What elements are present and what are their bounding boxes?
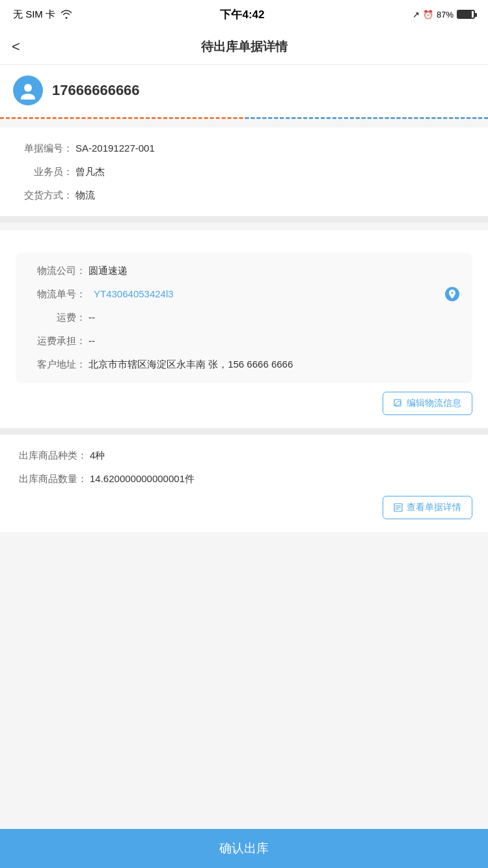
salesman-label: 业务员： xyxy=(16,164,73,180)
logistics-section: 物流公司： 圆通速递 物流单号： YT43064053424l3 运费： -- … xyxy=(0,230,488,428)
view-detail-button[interactable]: 查看单据详情 xyxy=(383,496,472,519)
alarm-icon: ⏰ xyxy=(423,10,433,20)
goods-quantity-value: 14.620000000000001件 xyxy=(90,471,472,487)
edit-logistics-label: 编辑物流信息 xyxy=(407,398,461,409)
goods-type-value: 4种 xyxy=(90,448,472,463)
salesman-row: 业务员： 曾凡杰 xyxy=(16,164,472,180)
avatar xyxy=(13,75,43,105)
freight-value: -- xyxy=(88,310,459,325)
customer-phone: 17666666666 xyxy=(52,82,140,99)
goods-section: 出库商品种类： 4种 出库商品数量： 14.620000000000001件 查… xyxy=(0,435,488,532)
carrier-text: 无 SIM 卡 xyxy=(13,8,55,21)
battery-icon xyxy=(457,10,475,19)
goods-quantity-row: 出库商品数量： 14.620000000000001件 xyxy=(16,471,472,487)
view-detail-label: 查看单据详情 xyxy=(407,502,461,513)
wifi-icon xyxy=(61,10,72,19)
freight-bear-label: 运费承担： xyxy=(29,333,86,349)
edit-logistics-button[interactable]: 编辑物流信息 xyxy=(383,392,472,415)
logistics-company-label: 物流公司： xyxy=(29,263,86,278)
bottom-spacer xyxy=(0,532,488,584)
salesman-value: 曾凡杰 xyxy=(75,164,472,180)
svg-point-0 xyxy=(24,84,32,92)
goods-type-label: 出库商品种类： xyxy=(16,448,87,463)
logistics-tracking-label: 物流单号： xyxy=(29,286,86,302)
back-button[interactable]: < xyxy=(12,38,20,55)
user-icon xyxy=(19,81,37,100)
freight-label: 运费： xyxy=(29,310,86,325)
status-bar: 无 SIM 卡 下午4:42 ↗ ⏰ 87% xyxy=(0,0,488,29)
edit-icon xyxy=(394,399,403,408)
goods-type-row: 出库商品种类： 4种 xyxy=(16,448,472,463)
confirm-btn-label: 确认出库 xyxy=(219,840,269,857)
svg-point-1 xyxy=(21,94,35,100)
logistics-company-value: 圆通速递 xyxy=(88,263,459,278)
battery-percent: 87% xyxy=(437,10,454,20)
nav-bar: < 待出库单据详情 xyxy=(0,29,488,65)
customer-header: 17666666666 xyxy=(0,65,488,116)
address-value: 北京市市辖区海淀区永丰南 张，156 6666 6666 xyxy=(88,357,459,372)
delivery-label: 交货方式： xyxy=(16,187,73,203)
logistics-company-row: 物流公司： 圆通速递 xyxy=(29,263,459,278)
pin-icon xyxy=(448,290,456,299)
delivery-row: 交货方式： 物流 xyxy=(16,187,472,203)
logistics-tracking-row: 物流单号： YT43064053424l3 xyxy=(29,286,459,302)
order-num-row: 单据编号： SA-20191227-001 xyxy=(16,141,472,156)
status-left: 无 SIM 卡 xyxy=(13,8,72,21)
list-icon xyxy=(394,503,403,512)
location-icon: ↗ xyxy=(413,10,420,20)
freight-bear-value: -- xyxy=(88,333,459,349)
freight-row: 运费： -- xyxy=(29,310,459,325)
freight-bear-row: 运费承担： -- xyxy=(29,333,459,349)
address-label: 客户地址： xyxy=(29,357,86,372)
delivery-value: 物流 xyxy=(75,187,472,203)
status-time: 下午4:42 xyxy=(220,7,264,22)
goods-quantity-label: 出库商品数量： xyxy=(16,471,87,487)
gray-separator-2 xyxy=(0,428,488,435)
logistics-card: 物流公司： 圆通速递 物流单号： YT43064053424l3 运费： -- … xyxy=(16,252,472,383)
gray-separator-1 xyxy=(0,216,488,223)
view-detail-btn-area: 查看单据详情 xyxy=(16,496,472,519)
page-title: 待出库单据详情 xyxy=(201,38,288,55)
confirm-btn-area[interactable]: 确认出库 xyxy=(0,829,488,868)
status-right: ↗ ⏰ 87% xyxy=(413,10,475,20)
edit-btn-area: 编辑物流信息 xyxy=(16,392,472,415)
location-icon[interactable] xyxy=(445,287,459,301)
address-row: 客户地址： 北京市市辖区海淀区永丰南 张，156 6666 6666 xyxy=(29,357,459,372)
logistics-tracking-value: YT43064053424l3 xyxy=(94,286,440,302)
basic-info-section: 单据编号： SA-20191227-001 业务员： 曾凡杰 交货方式： 物流 xyxy=(0,128,488,216)
order-num-value: SA-20191227-001 xyxy=(75,141,472,156)
dashed-divider xyxy=(0,116,488,120)
order-num-label: 单据编号： xyxy=(16,141,73,156)
